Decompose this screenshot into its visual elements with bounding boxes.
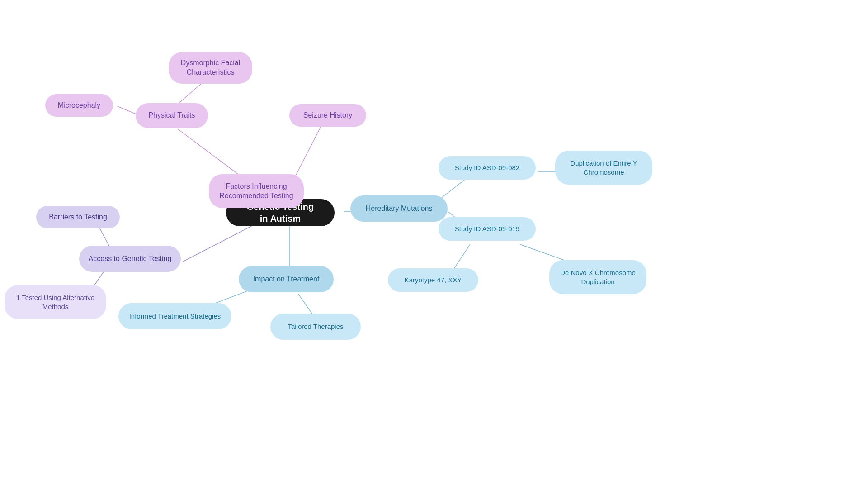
seizure-history-node: Seizure History <box>289 104 366 127</box>
tailored-therapies-label: Tailored Therapies <box>288 322 343 331</box>
physical-traits-label: Physical Traits <box>148 111 195 120</box>
karyotype-node: Karyotype 47, XXY <box>388 268 478 292</box>
svg-line-5 <box>183 222 260 262</box>
barriers-label: Barriers to Testing <box>49 213 107 222</box>
study-019-label: Study ID ASD-09-019 <box>455 224 519 233</box>
factors-influencing-node: Factors Influencing Recommended Testing <box>209 174 304 208</box>
microcephaly-node: Microcephaly <box>45 94 113 117</box>
hereditary-label: Hereditary Mutations <box>366 204 433 214</box>
dysmorphic-node: Dysmorphic Facial Characteristics <box>169 52 252 84</box>
tested-alternative-node: 1 Tested Using Alternative Methods <box>5 285 106 319</box>
de-novo-x-node: De Novo X Chromosome Duplication <box>549 260 646 294</box>
study-asd-082-node: Study ID ASD-09-082 <box>439 156 536 180</box>
access-genetic-testing-node: Access to Genetic Testing <box>79 246 181 272</box>
study-082-label: Study ID ASD-09-082 <box>455 163 519 172</box>
study-asd-019-node: Study ID ASD-09-019 <box>439 217 536 241</box>
svg-line-2 <box>178 84 201 104</box>
duplication-y-node: Duplication of Entire Y Chromosome <box>555 151 652 185</box>
barriers-to-testing-node: Barriers to Testing <box>36 206 120 228</box>
factors-influencing-label: Factors Influencing Recommended Testing <box>219 182 293 201</box>
dysmorphic-label: Dysmorphic Facial Characteristics <box>181 58 241 77</box>
microcephaly-label: Microcephaly <box>58 101 100 110</box>
tailored-therapies-node: Tailored Therapies <box>270 314 361 340</box>
duplication-y-label: Duplication of Entire Y Chromosome <box>570 159 637 176</box>
informed-treatment-label: Informed Treatment Strategies <box>129 312 221 321</box>
physical-traits-node: Physical Traits <box>136 103 208 128</box>
karyotype-label: Karyotype 47, XXY <box>405 276 462 285</box>
informed-treatment-node: Informed Treatment Strategies <box>118 303 231 329</box>
impact-label: Impact on Treatment <box>253 275 320 284</box>
impact-treatment-node: Impact on Treatment <box>239 266 334 292</box>
svg-line-1 <box>178 129 244 179</box>
svg-line-15 <box>452 244 470 271</box>
hereditary-mutations-node: Hereditary Mutations <box>350 195 448 222</box>
de-novo-label: De Novo X Chromosome Duplication <box>560 268 636 286</box>
access-label: Access to Genetic Testing <box>89 254 172 264</box>
seizure-history-label: Seizure History <box>303 111 352 120</box>
tested-alternative-label: 1 Tested Using Alternative Methods <box>16 293 94 311</box>
